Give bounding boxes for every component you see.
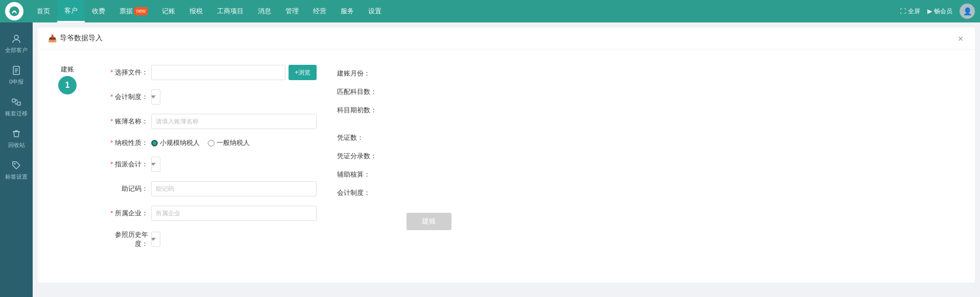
accounting-system-label: 会计制度：	[102, 92, 148, 102]
right-accounting-system-row: 会计制度：	[337, 188, 521, 197]
voucher-count-label: 凭证数：	[337, 133, 364, 142]
voucher-records-label: 凭证分录数：	[337, 152, 377, 161]
period-initial-row: 科目期初数：	[337, 106, 521, 115]
nav-operations[interactable]: 经营	[306, 0, 333, 22]
voucher-records-row: 凭证分录数：	[337, 152, 521, 161]
tax-type-radio-group: 小规模纳税人 一般纳税人	[151, 138, 317, 147]
nav-home[interactable]: 首页	[30, 0, 57, 22]
accounting-system-row: 会计制度：	[102, 89, 317, 105]
accountant-label: 指派会计：	[102, 160, 148, 169]
fullscreen-icon: ⛶	[900, 8, 906, 15]
nav-items: 首页 客户 收费 票据 new 记账 报税 工商项目 消息 管理 经营 服务 设…	[30, 0, 900, 22]
match-subjects-label: 匹配科目数：	[337, 87, 377, 96]
small-taxpayer-radio[interactable]	[151, 140, 158, 146]
main-layout: 全部客户 0申报 账套迁移	[0, 22, 980, 297]
memo-row: 助记码：	[102, 181, 317, 196]
accountant-select[interactable]	[151, 157, 160, 172]
panel-title: 导爷数据导入	[60, 34, 103, 43]
svg-point-1	[14, 35, 18, 39]
build-month-label: 建账月份：	[337, 69, 370, 78]
accountant-row: 指派会计：	[102, 157, 317, 172]
nav-clients[interactable]: 客户	[57, 0, 85, 22]
sidebar-item-account-migrate[interactable]: 账套迁移	[0, 91, 33, 122]
accounting-system-select[interactable]	[151, 89, 160, 105]
file-icon	[10, 64, 22, 77]
close-button[interactable]: ×	[954, 33, 967, 45]
panel-header: 📥 导爷数据导入	[38, 28, 975, 50]
general-taxpayer-option[interactable]: 一般纳税人	[208, 138, 250, 147]
form-right: 建账月份： 匹配科目数： 科目期初数： 凭证数： 凭证分录数：	[337, 65, 521, 258]
transfer-icon	[10, 96, 22, 108]
sidebar-item-recycle[interactable]: 回收站	[0, 122, 33, 154]
ledger-name-input[interactable]	[151, 114, 317, 129]
nav-right: ⛶ 全屏 ▶ 畅会员 👤	[900, 4, 975, 19]
sidebar-item-all-clients[interactable]: 全部客户	[0, 28, 33, 59]
tax-type-label: 纳税性质：	[102, 138, 148, 147]
tax-type-row: 纳税性质： 小规模纳税人 一般纳税人	[102, 138, 317, 147]
content-area: 📥 导爷数据导入 × 建账 1 选择文件：	[33, 22, 980, 297]
history-year-label: 参照历史年度：	[102, 230, 148, 249]
sidebar-item-declare[interactable]: 0申报	[0, 59, 33, 91]
play-icon: ▶	[927, 8, 932, 15]
build-month-row: 建账月份：	[337, 69, 521, 78]
company-label: 所属企业：	[102, 209, 148, 218]
memo-label: 助记码：	[102, 184, 148, 193]
sidebar: 全部客户 0申报 账套迁移	[0, 22, 33, 297]
browse-button[interactable]: +浏览	[289, 65, 317, 80]
form-area: 建账 1 选择文件： +浏览 会计制度：	[38, 50, 975, 273]
fullscreen-button[interactable]: ⛶ 全屏	[900, 7, 920, 16]
accounting-system-wrapper	[151, 89, 317, 105]
company-input[interactable]	[151, 206, 317, 221]
step-indicator: 建账 1	[58, 65, 77, 258]
step-circle: 1	[58, 76, 77, 94]
ledger-name-label: 账簿名称：	[102, 117, 148, 126]
panel: 📥 导爷数据导入 × 建账 1 选择文件：	[38, 28, 975, 283]
company-row: 所属企业：	[102, 206, 317, 221]
sidebar-item-tag-settings[interactable]: 标签设置	[0, 154, 33, 186]
step-label: 建账	[61, 65, 74, 74]
avatar-icon: 👤	[963, 7, 972, 15]
user-icon	[10, 33, 22, 45]
file-row: 选择文件： +浏览	[102, 65, 317, 80]
nav-tax[interactable]: 报税	[182, 0, 210, 22]
small-taxpayer-option[interactable]: 小规模纳税人	[151, 138, 200, 147]
svg-point-8	[14, 163, 16, 165]
trash-icon	[10, 128, 22, 140]
nav-messages[interactable]: 消息	[251, 0, 278, 22]
avatar[interactable]: 👤	[960, 4, 975, 19]
nav-settings[interactable]: 设置	[361, 0, 389, 22]
form-left: 选择文件： +浏览 会计制度：	[102, 65, 317, 258]
member-button[interactable]: ▶ 畅会员	[927, 7, 952, 16]
build-account-button[interactable]: 建账	[407, 213, 451, 230]
history-year-wrapper	[151, 232, 317, 247]
nav-fees[interactable]: 收费	[85, 0, 112, 22]
general-taxpayer-radio[interactable]	[208, 140, 214, 146]
import-icon: 📥	[48, 34, 57, 42]
memo-input[interactable]	[151, 181, 317, 196]
ledger-name-row: 账簿名称：	[102, 114, 317, 129]
aux-accounting-row: 辅助核算：	[337, 170, 521, 179]
file-input[interactable]	[151, 65, 285, 80]
history-year-select[interactable]	[151, 232, 160, 247]
nav-management[interactable]: 管理	[278, 0, 306, 22]
svg-rect-7	[17, 102, 20, 105]
nav-tickets[interactable]: 票据 new	[112, 0, 155, 22]
tag-icon	[10, 159, 22, 171]
period-initial-label: 科目期初数：	[337, 106, 377, 115]
history-year-row: 参照历史年度：	[102, 230, 317, 249]
new-badge: new	[134, 7, 148, 15]
voucher-count-row: 凭证数：	[337, 133, 521, 142]
svg-rect-6	[12, 99, 15, 102]
match-subjects-row: 匹配科目数：	[337, 87, 521, 96]
accountant-wrapper	[151, 157, 317, 172]
nav-bookkeeping[interactable]: 记账	[155, 0, 182, 22]
app-logo	[5, 2, 23, 20]
file-label: 选择文件：	[102, 68, 148, 77]
nav-business-projects[interactable]: 工商项目	[210, 0, 251, 22]
aux-accounting-label: 辅助核算：	[337, 170, 370, 179]
right-accounting-system-label: 会计制度：	[337, 188, 370, 197]
nav-services[interactable]: 服务	[333, 0, 361, 22]
top-navigation: 首页 客户 收费 票据 new 记账 报税 工商项目 消息 管理 经营 服务 设…	[0, 0, 980, 22]
